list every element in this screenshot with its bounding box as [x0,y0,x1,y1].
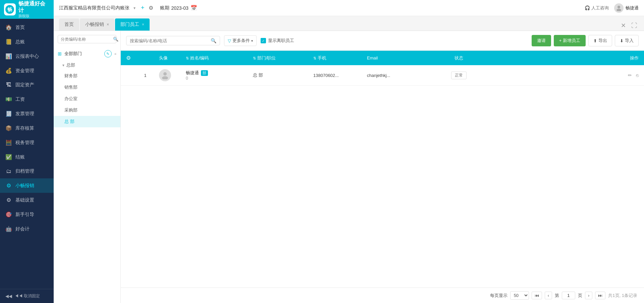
show-resigned-toggle[interactable]: ✓ 显示离职员工 [261,38,294,44]
sidebar-item-assets[interactable]: 🏗 固定资产 [0,78,54,92]
sidebar-item-archive[interactable]: 🗂 归档管理 [0,164,54,178]
sidebar-item-invoice[interactable]: 🧾 发票管理 [0,106,54,121]
col-name-label: 姓名/编码 [190,55,209,60]
svg-point-4 [163,72,167,76]
cancel-fixed-btn[interactable]: ◀◀ ◀◀ 取消固定 [0,289,54,303]
page-prefix: 第 [555,293,559,299]
sidebar-item-reports[interactable]: 📊 云报表中心 [0,49,54,63]
sidebar-item-expense[interactable]: ⚙ 小畅报销 [0,178,54,193]
sidebar-item-label: 资金管理 [15,68,34,74]
page-number-input[interactable] [562,292,575,299]
sidebar-item-ledger[interactable]: 📒 总账 [0,35,54,49]
dept-add-button[interactable]: ✎ [104,50,112,57]
archive-icon: 🗂 [5,168,12,174]
company-name[interactable]: 江西服宝精品有限责任公司内账张 [59,5,129,11]
more-filter-button[interactable]: ▽ 更多条件 ▾ [224,35,257,46]
dept-search-box[interactable]: 🔍 [58,35,116,43]
import-button[interactable]: ⬇ 导入 [615,35,639,46]
page-next-button[interactable]: › [585,292,592,299]
dept-item-general[interactable]: 总 部 [54,116,120,127]
close-all-tabs-button[interactable]: ✕ [620,20,627,31]
col-email-label: Email [367,55,378,60]
employee-search-box[interactable]: 🔍 [126,36,220,45]
expand-tab-button[interactable]: ⛶ [630,21,639,31]
logout-employee-icon[interactable]: ⎋ [636,73,639,78]
sidebar-item-funds[interactable]: 💰 资金管理 [0,63,54,78]
logo-title: 畅捷通好会计 [18,0,50,13]
page-prev-button[interactable]: ‹ [545,292,552,299]
invite-button[interactable]: 邀请 [532,35,551,46]
svg-point-2 [618,6,620,8]
sidebar-item-guide[interactable]: 🎯 新手引导 [0,207,54,222]
user-avatar [614,3,624,13]
headphone-icon: 🎧 [585,5,590,10]
dept-item-sales[interactable]: 销售部 [54,82,120,93]
cancel-fixed-icon: ◀◀ [5,294,12,299]
col-name[interactable]: ⇅ 姓名/编码 [180,51,248,65]
per-page-label: 每页显示 [490,293,507,299]
row-phone: 138070602... [313,73,339,78]
employee-search-icon[interactable]: 🔍 [211,38,216,43]
tab-actions: ✕ ⛶ [620,20,639,31]
assistant-icon: 🤖 [5,226,12,232]
period-value[interactable]: 2023-03 [171,5,189,11]
dept-collapse-icon[interactable]: « [114,52,116,56]
edit-employee-icon[interactable]: ✏ [628,73,632,78]
col-dept[interactable]: ⇅ 部门/职位 [248,51,308,65]
period-label: 账期 [160,5,169,11]
tab-expense[interactable]: 小畅报销 × [80,18,114,31]
inventory-icon: 📦 [5,125,12,131]
add-employee-label: + 新增员工 [559,38,580,44]
dept-item-purchase[interactable]: 采购部 [54,104,120,116]
dept-label: 销售部 [64,85,77,90]
right-panel: 🔍 ▽ 更多条件 ▾ ✓ 显示离职员工 邀请 + 新增员工 [121,31,644,303]
dept-item-finance[interactable]: 财务部 [54,70,120,82]
col-avatar: 头像 [154,51,180,65]
all-dept-item[interactable]: ⊞ 全部部门 ✎ « [54,47,120,60]
page-last-button[interactable]: ⏭ [595,292,605,299]
show-resigned-checkbox[interactable]: ✓ [261,38,266,43]
tab-dept-close-icon[interactable]: × [142,22,144,27]
col-phone[interactable]: ⇅ 手机 [308,51,362,65]
tab-home[interactable]: 首页 [59,18,79,31]
sidebar-item-salary[interactable]: 💵 工资 [0,92,54,106]
add-employee-button[interactable]: + 新增员工 [554,35,586,46]
sidebar-item-label: 税务管理 [15,140,34,146]
employee-search-input[interactable] [130,38,208,43]
consult-button[interactable]: 🎧 人工咨询 [585,5,609,11]
tab-bar: 首页 小畅报销 × 部门员工 × ✕ ⛶ [54,16,644,31]
sidebar-item-inventory[interactable]: 📦 库存核算 [0,121,54,135]
calendar-icon[interactable]: 📅 [191,5,197,11]
user-info[interactable]: 畅捷通 [614,3,639,13]
dept-search-input[interactable] [61,37,111,42]
sidebar-item-label: 新手引导 [15,212,34,218]
sidebar-item-settings[interactable]: ⚙ 基础设置 [0,193,54,207]
sidebar-item-assistant[interactable]: 🤖 好会计 [0,222,54,236]
column-settings-button[interactable]: ⚙ [126,55,131,61]
tab-dept-label: 部门员工 [120,21,139,28]
dept-label: 采购部 [64,107,77,113]
settings-gear-icon[interactable]: ⚙ [149,5,153,11]
per-page-select[interactable]: 50 10 20 100 [510,291,529,300]
tab-expense-close-icon[interactable]: × [107,22,109,27]
export-button[interactable]: ⬆ 导出 [588,35,612,46]
tab-dept-employee[interactable]: 部门员工 × [115,18,150,31]
page-first-button[interactable]: ⏮ [532,292,542,299]
invite-label: 邀请 [537,38,546,43]
add-company-icon[interactable]: + [141,4,145,11]
sidebar-item-tax[interactable]: 🧮 税务管理 [0,135,54,150]
logo-subtitle: 旗舰版 [18,13,50,18]
dept-parent-item[interactable]: ▼ 总部 [54,60,120,70]
export-label: 导出 [598,38,607,44]
logo-text-area: 畅捷通好会计 旗舰版 [18,0,50,18]
row-num-cell: 1 [137,65,154,86]
dept-search-icon[interactable]: 🔍 [113,37,118,42]
sidebar-item-checkout[interactable]: ✅ 结账 [0,150,54,164]
dropdown-arrow-icon: ▾ [133,6,136,10]
sidebar-item-label: 工资 [15,96,25,102]
row-action-icons: ✏ ⎋ [494,73,639,78]
dept-item-office[interactable]: 办公室 [54,93,120,104]
expand-arrow-icon: ▼ [62,63,65,67]
row-dept-cell: 总 部 [248,65,308,86]
sidebar-item-home[interactable]: 🏠 首页 [0,20,54,35]
